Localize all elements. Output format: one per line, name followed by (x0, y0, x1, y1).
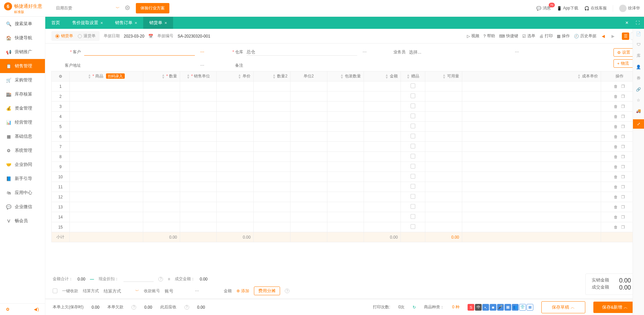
delete-row-icon[interactable]: 🗑 (614, 134, 618, 139)
help-icon[interactable]: ? (158, 277, 163, 281)
rail-expand-icon[interactable]: ⤢ (633, 119, 644, 129)
copy-row-icon[interactable]: ❐ (621, 114, 625, 119)
cell-qty[interactable] (143, 81, 180, 91)
gift-checkbox[interactable] (411, 144, 415, 148)
cell-amount[interactable] (364, 91, 401, 102)
rail-doc-icon[interactable]: 📄 (636, 32, 641, 36)
cell-pack[interactable] (327, 212, 364, 222)
cell-price[interactable] (217, 122, 254, 132)
delete-row-icon[interactable]: 🗑 (614, 225, 618, 230)
delete-row-icon[interactable]: 🗑 (614, 94, 618, 99)
sidebar-item-0[interactable]: 🔍搜索菜单 (0, 17, 45, 31)
close-icon[interactable]: ✕ (164, 21, 167, 25)
delete-row-icon[interactable]: 🗑 (614, 215, 618, 219)
cell-unit2[interactable] (290, 182, 327, 192)
cell-product[interactable] (69, 152, 143, 162)
user-menu[interactable]: 徐泽华 (619, 5, 640, 12)
cell-cost[interactable] (462, 162, 601, 172)
cell-gift[interactable] (400, 91, 425, 102)
col-gift[interactable]: 赠品 (400, 71, 425, 81)
cell-unit2[interactable] (290, 212, 327, 222)
sidebar-item-4[interactable]: 🛒采购管理 (0, 73, 45, 87)
tab-3[interactable]: 销货单✕ (143, 17, 173, 29)
cell-product[interactable] (69, 182, 143, 192)
delete-row-icon[interactable]: 🗑 (614, 165, 618, 169)
cell-price[interactable] (217, 102, 254, 112)
rail-ticket-icon[interactable]: 券 (637, 75, 641, 81)
cell-unit[interactable] (180, 91, 217, 102)
cell-unit[interactable] (180, 142, 217, 152)
col-settings[interactable]: ⚙ (52, 71, 70, 81)
table-row[interactable]: 3🗑❐ (52, 102, 638, 112)
cell-amount[interactable] (364, 212, 401, 222)
cell-qty2[interactable] (254, 122, 290, 132)
cell-qty[interactable] (143, 102, 180, 112)
app-download-button[interactable]: 📱 App下载 (557, 5, 578, 11)
copy-row-icon[interactable]: ❐ (621, 225, 625, 230)
cell-price[interactable] (217, 91, 254, 102)
salesman-lookup-icon[interactable]: ⋯ (515, 50, 519, 54)
cell-product[interactable] (69, 162, 143, 172)
cell-unit2[interactable] (290, 162, 327, 172)
delete-row-icon[interactable]: 🗑 (614, 84, 618, 89)
cell-cost[interactable] (462, 202, 601, 212)
cell-price[interactable] (217, 202, 254, 212)
cell-gift[interactable] (400, 132, 425, 142)
sidebar-item-6[interactable]: 💰资金管理 (0, 101, 45, 115)
cell-product[interactable] (69, 132, 143, 142)
gift-checkbox[interactable] (411, 174, 415, 179)
cell-gift[interactable] (400, 142, 425, 152)
cell-product[interactable] (69, 112, 143, 122)
rail-box-icon[interactable]: 库 (637, 53, 641, 59)
cell-price[interactable] (217, 112, 254, 122)
col-available[interactable]: 可用量 (425, 71, 462, 81)
copy-row-icon[interactable]: ❐ (621, 84, 625, 89)
sidebar-item-12[interactable]: 🛍应用中心 (0, 186, 45, 200)
cell-gift[interactable] (400, 202, 425, 212)
cell-gift[interactable] (400, 172, 425, 182)
cell-gift[interactable] (400, 102, 425, 112)
cell-qty[interactable] (143, 172, 180, 182)
settle-method-input[interactable] (104, 287, 130, 295)
warehouse-lookup-icon[interactable]: ⋯ (363, 50, 367, 54)
cell-unit[interactable] (180, 212, 217, 222)
cell-cost[interactable] (462, 81, 601, 91)
cell-unit2[interactable] (290, 152, 327, 162)
cell-product[interactable] (69, 212, 143, 222)
cell-amount[interactable] (364, 172, 401, 182)
delete-row-icon[interactable]: 🗑 (614, 114, 618, 119)
cell-pack[interactable] (327, 91, 364, 102)
cell-gift[interactable] (400, 122, 425, 132)
cell-gift[interactable] (400, 152, 425, 162)
video-link[interactable]: ▷视频 (467, 33, 479, 39)
cell-cost[interactable] (462, 192, 601, 202)
copy-row-icon[interactable]: ❐ (621, 144, 625, 149)
table-row[interactable]: 12🗑❐ (52, 192, 638, 202)
cell-qty2[interactable] (254, 222, 290, 232)
cell-product[interactable] (69, 202, 143, 212)
cell-product[interactable] (69, 192, 143, 202)
cell-pack[interactable] (327, 142, 364, 152)
cell-pack[interactable] (327, 112, 364, 122)
cell-unit2[interactable] (290, 102, 327, 112)
help-icon[interactable]: ? (131, 305, 136, 310)
cell-pack[interactable] (327, 162, 364, 172)
cell-pack[interactable] (327, 122, 364, 132)
gift-checkbox[interactable] (411, 214, 415, 219)
radio-sale[interactable]: 销货单 (55, 33, 73, 39)
col-sale-unit[interactable]: 销售单位 (180, 71, 217, 81)
delete-row-icon[interactable]: 🗑 (614, 104, 618, 109)
cell-cost[interactable] (462, 152, 601, 162)
tab-0[interactable]: 首页 (45, 17, 66, 29)
cell-amount[interactable] (364, 182, 401, 192)
cell-unit2[interactable] (290, 91, 327, 102)
history-button[interactable]: 🕘历史单据 (574, 33, 596, 39)
cell-qty[interactable] (143, 212, 180, 222)
sidebar-item-11[interactable]: 📘新手引导 (0, 172, 45, 186)
ime-widget[interactable]: S 中 •, ☻ 🎤 ▦ 👥 👕 ▦ (468, 304, 533, 311)
gift-checkbox[interactable] (411, 164, 415, 169)
cost-share-button[interactable]: 费用分摊 (254, 287, 280, 295)
cell-cost[interactable] (462, 172, 601, 182)
table-row[interactable]: 4🗑❐ (52, 112, 638, 122)
rail-user-icon[interactable]: 👤 (636, 65, 641, 69)
